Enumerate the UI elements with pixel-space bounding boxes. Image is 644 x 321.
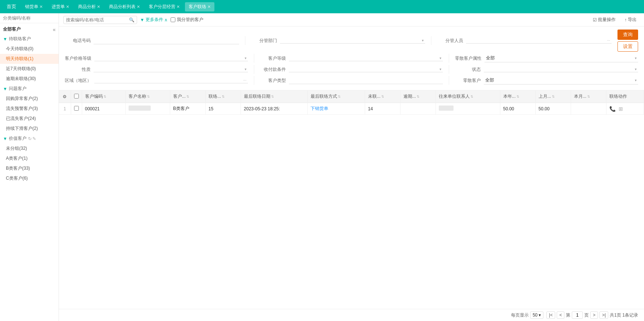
sidebar-tomorrow-contact[interactable]: 明天待联络(1) (0, 54, 59, 64)
page-num-input[interactable] (572, 311, 583, 319)
table-col-unit-contact-sort[interactable]: 往来单位联系人 ⇅ (439, 93, 473, 100)
nav-product-analysis-close[interactable]: ✕ (97, 4, 100, 9)
table-header-row: ⚙ 客户编码 ⇅ 客户名称 (59, 90, 644, 103)
table-col-unit-contact: 往来单位联系人 ⇅ (435, 90, 500, 103)
sidebar-search-container: 🔍 (0, 13, 59, 23)
more-conditions-btn[interactable]: ▼ 更多条件 ∧ (140, 17, 168, 23)
sidebar-unclassified[interactable]: 未分组(32) (0, 144, 59, 153)
per-page-chevron: ▾ (539, 313, 541, 318)
filter-customer-level-select[interactable]: ▾ (289, 55, 443, 61)
nav-product-analysis[interactable]: 商品分析 ✕ (74, 2, 104, 11)
sidebar-class-c[interactable]: C类客户(6) (0, 173, 59, 183)
row-checkbox[interactable] (74, 106, 79, 111)
filter-retail-attr-select[interactable]: 全部 ▾ (484, 54, 638, 62)
table-col-customer-type-label: 客户... (173, 93, 186, 100)
row-action-grid-icon[interactable]: ⊞ (619, 106, 623, 112)
sidebar-value-refresh-icon[interactable]: ↻ (28, 136, 32, 141)
page-last-btn[interactable]: >| (599, 311, 608, 319)
sidebar-lost-risk[interactable]: 流失预警客户(3) (0, 104, 59, 114)
filter-nature-chevron: ▾ (245, 67, 246, 71)
table-col-last-month-label: 上月... (539, 93, 551, 100)
page-next-btn[interactable]: > (590, 311, 598, 319)
table-col-customer-type-sort[interactable]: 客户... ⇅ (173, 93, 189, 100)
filter-region-select[interactable]: ··· (94, 77, 248, 83)
filter-nature-select[interactable]: ▾ (94, 66, 248, 72)
sidebar-collapse-icon[interactable]: « (53, 27, 56, 32)
sidebar-class-a[interactable]: A类客户(1) (0, 153, 59, 163)
page-prev-btn[interactable]: < (557, 311, 564, 319)
sidebar-search-input[interactable] (3, 15, 58, 21)
sidebar-repurchase-abnormal[interactable]: 回购异常客户(2) (0, 94, 59, 104)
filter-actions: 查询 设置 (617, 30, 638, 52)
sidebar-class-b[interactable]: B类客户(33) (0, 163, 59, 173)
export-btn[interactable]: ↑ 导出 (622, 15, 640, 24)
query-button[interactable]: 查询 (617, 30, 638, 40)
table-col-name-sort[interactable]: 客户名称 ⇅ (129, 93, 150, 100)
filter-customer-type-field: 客户类型 (260, 77, 443, 84)
filter-payment-label: 收付款条件 (260, 66, 286, 73)
filter-search-btn[interactable]: 🔍 (129, 17, 134, 23)
row-last-contact-date: 2023-05-23 18:25: (241, 103, 307, 115)
sidebar-value-edit-icon[interactable]: ✎ (32, 136, 36, 141)
table-col-overdue-label: 逾期... (403, 93, 416, 100)
filter-payment-select[interactable]: ▾ (289, 66, 443, 72)
table-col-not-contacted-sort[interactable]: 未联... ⇅ (368, 93, 384, 100)
sidebar-lost[interactable]: 已流失客户(24) (0, 114, 59, 124)
filter-search-input[interactable] (66, 17, 129, 23)
sidebar-today-contact[interactable]: 今天待联络(0) (0, 44, 59, 54)
sidebar-problem-customers-group[interactable]: ▼ 问题客户 (0, 84, 59, 94)
filter-dept-chevron: ▾ (422, 38, 424, 42)
table-col-overdue-sort[interactable]: 逾期... ⇅ (403, 93, 420, 100)
batch-ops-icon: ☑ (593, 17, 597, 23)
sidebar-value-customers-group[interactable]: ▼ 价值客户 ↻ ✎ (0, 134, 59, 144)
sidebar-overdue-contact[interactable]: 逾期未联络(30) (0, 74, 59, 84)
nav-customer-contact-close[interactable]: ✕ (207, 4, 211, 9)
filter-price-level-chevron: ▾ (245, 56, 246, 60)
per-page-select[interactable]: 50 ▾ (530, 311, 543, 319)
nav-customer-tier[interactable]: 客户分层经营 ✕ (145, 2, 183, 11)
sidebar-continuous-decline[interactable]: 持续下滑客户(2) (0, 124, 59, 134)
nav-purchase-order[interactable]: 进货单 ✕ (48, 2, 73, 11)
my-customers-checkbox[interactable] (171, 17, 175, 22)
sidebar-week-contact[interactable]: 近7天待联络(0) (0, 64, 59, 74)
filter-price-level-select[interactable]: ▾ (94, 55, 248, 61)
set-button[interactable]: 设置 (617, 41, 638, 52)
nav-customer-contact[interactable]: 客户联络 ✕ (185, 2, 214, 11)
table-col-last-method-sort[interactable]: 最后联络方式 ⇅ (311, 93, 341, 100)
table-col-last-date-sort[interactable]: 最后联络日期 ⇅ (244, 93, 274, 100)
filter-phone-input[interactable] (94, 37, 239, 44)
nav-product-analysis-list-close[interactable]: ✕ (137, 4, 140, 9)
nav-customer-tier-close[interactable]: ✕ (176, 4, 180, 9)
nav-sales-order-close[interactable]: ✕ (39, 4, 43, 9)
filter-retail-customer-select[interactable]: 全部 ▾ (484, 76, 638, 84)
nav-product-analysis-list[interactable]: 商品分析列表 ✕ (105, 2, 144, 11)
table-col-this-year-sort-icon: ⇅ (517, 95, 519, 99)
nav-home[interactable]: 首页 (3, 2, 20, 11)
filter-dept-select[interactable]: ▾ (280, 38, 426, 44)
table-col-this-month-sort[interactable]: 本月... ⇅ (574, 93, 590, 100)
filter-manager-label: 分管人员 (437, 38, 463, 44)
table-col-last-month-sort[interactable]: 上月... ⇅ (539, 93, 555, 100)
filter-manager-select[interactable]: ··· (466, 38, 612, 44)
table-col-contact-sort[interactable]: 联络... ⇅ (209, 93, 225, 100)
select-all-checkbox[interactable] (74, 94, 79, 99)
table-col-this-year-sort[interactable]: 本年... ⇅ (503, 93, 519, 100)
table-col-name-label: 客户名称 (129, 93, 146, 100)
filter-customer-type-input[interactable] (289, 77, 443, 84)
nav-purchase-order-close[interactable]: ✕ (66, 4, 69, 9)
row-last-contact-method-link[interactable]: 下销货单 (311, 106, 328, 111)
filter-status-select[interactable]: ▾ (484, 66, 638, 72)
filter-divider-4 (449, 54, 449, 63)
nav-sales-order[interactable]: 销货单 ✕ (21, 2, 46, 11)
row-code: 000021 (82, 103, 125, 115)
table-col-settings[interactable]: ⚙ (59, 90, 71, 103)
sidebar-pending-contact-label: 待联络客户 (9, 36, 31, 42)
sidebar-pending-contact-group[interactable]: ▼ 待联络客户 (0, 34, 59, 44)
export-icon: ↑ (624, 17, 627, 23)
page-suffix: 页 (584, 312, 589, 318)
row-action-phone-icon[interactable]: 📞 (609, 106, 616, 112)
table-col-code-sort[interactable]: 客户编码 ⇅ (85, 93, 106, 100)
batch-ops-btn[interactable]: ☑ 批量操作 (590, 15, 619, 24)
more-conditions-label: 更多条件 (146, 17, 163, 23)
page-first-btn[interactable]: |< (546, 311, 555, 319)
